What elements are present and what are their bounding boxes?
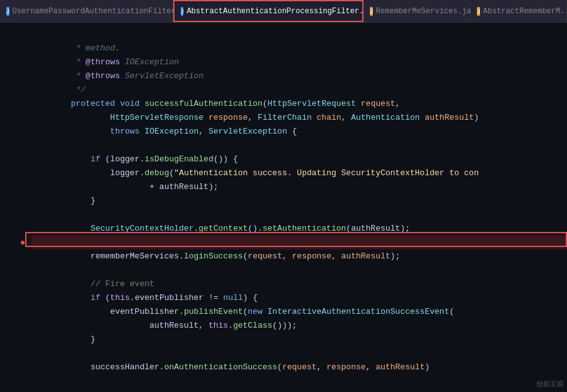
ln — [0, 194, 19, 208]
tab-label-2: AbstractAuthenticationProcessingFilter.j… — [186, 7, 382, 16]
ln — [0, 291, 19, 305]
tab-abstract-auth[interactable]: J AbstractAuthenticationProcessingFilter… — [173, 0, 364, 22]
java-icon-1: J — [6, 7, 9, 16]
ln — [0, 28, 19, 42]
code-line-14: SecurityContextHolder.getContext().setAu… — [32, 208, 567, 222]
ln — [0, 42, 19, 55]
code-content[interactable]: * method. * @throws IOException * @throw… — [25, 23, 567, 392]
ln — [0, 139, 19, 153]
code-line-24: successHandler.onAuthenticationSuccess(r… — [32, 347, 567, 360]
watermark: 创新互联 — [536, 379, 564, 389]
ln — [0, 208, 19, 222]
ln — [0, 55, 19, 69]
code-line-18: // Fire event — [32, 263, 567, 277]
ln — [0, 83, 19, 97]
breakpoint-marker — [21, 241, 25, 245]
gutter — [19, 23, 25, 392]
ln — [0, 250, 19, 263]
ln — [0, 166, 19, 180]
tab-label-1: UsernamePasswordAuthenticationFilter.jav… — [13, 7, 198, 16]
ln — [0, 69, 19, 83]
ln — [0, 305, 19, 319]
ln — [0, 111, 19, 125]
ln — [0, 347, 19, 360]
ln — [0, 236, 19, 250]
ln — [0, 222, 19, 236]
code-line-13 — [32, 194, 567, 208]
ln — [0, 360, 19, 374]
code-area: * method. * @throws IOException * @throw… — [0, 23, 567, 392]
tab-label-4: AbstractRememberM... — [483, 7, 567, 16]
code-line-1: * method. — [32, 28, 567, 42]
ln — [0, 277, 19, 291]
ln — [0, 263, 19, 277]
code-line-9: if (logger.isDebugEnabled()) { — [32, 139, 567, 153]
code-line-23 — [32, 333, 567, 347]
tab-rememberme[interactable]: J RememberMeServices.java — [364, 0, 471, 22]
ide-window: J UsernamePasswordAuthenticationFilter.j… — [0, 0, 567, 392]
code-line-5: protected void successfulAuthentication(… — [32, 83, 567, 97]
java-icon-4: J — [477, 7, 480, 16]
ln — [0, 333, 19, 347]
tab-usernamepassword[interactable]: J UsernamePasswordAuthenticationFilter.j… — [0, 0, 173, 22]
ln — [0, 180, 19, 194]
tab-bar: J UsernamePasswordAuthenticationFilter.j… — [0, 0, 567, 23]
line-numbers — [0, 23, 19, 392]
ln — [0, 125, 19, 139]
tab-label-3: RememberMeServices.java — [376, 7, 481, 16]
java-icon-2: J — [181, 7, 184, 16]
java-icon-3: J — [370, 7, 373, 16]
ln — [0, 153, 19, 166]
ln — [0, 319, 19, 333]
tab-abstract-rememberme[interactable]: J AbstractRememberM... — [471, 0, 567, 22]
watermark-text: 创新互联 — [536, 380, 564, 388]
ln — [0, 97, 19, 111]
code-line-16-highlighted: rememberMeServices.loginSuccess(request,… — [32, 236, 567, 250]
